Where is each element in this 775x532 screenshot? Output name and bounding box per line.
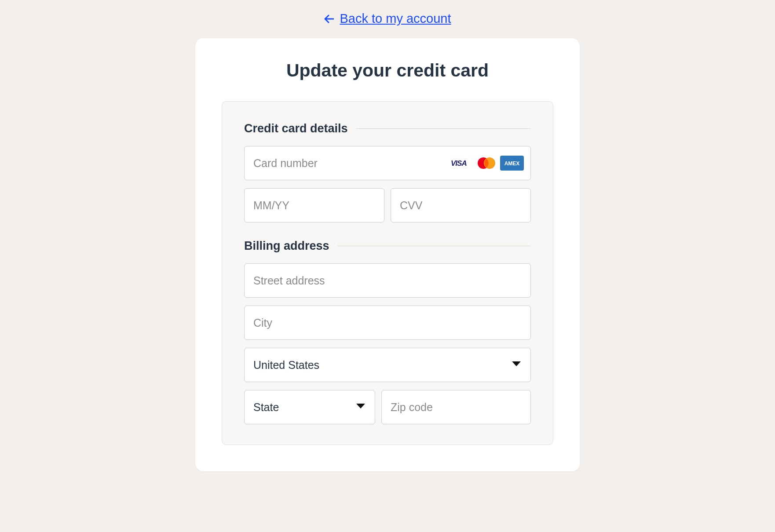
update-card-panel: Update your credit card Credit card deta…: [195, 38, 580, 471]
back-to-account-link[interactable]: Back to my account: [324, 11, 451, 26]
divider: [337, 246, 531, 246]
back-link-label: Back to my account: [340, 11, 451, 26]
visa-icon: VISA: [451, 156, 473, 170]
arrow-left-icon: [324, 15, 334, 23]
zip-code-input[interactable]: [381, 390, 531, 424]
cvv-input[interactable]: [391, 188, 531, 222]
section-header-billing-label: Billing address: [244, 239, 329, 253]
card-brand-icons: VISA AMEX: [451, 156, 524, 170]
amex-icon: AMEX: [500, 156, 524, 170]
street-address-input[interactable]: [244, 263, 531, 298]
page-title: Update your credit card: [222, 60, 553, 81]
mastercard-icon: [476, 156, 497, 170]
state-select[interactable]: State: [244, 390, 375, 424]
svg-text:VISA: VISA: [451, 159, 467, 167]
section-header-billing: Billing address: [244, 239, 531, 253]
divider: [356, 128, 531, 129]
expiry-input[interactable]: [244, 188, 384, 222]
section-header-card: Credit card details: [244, 122, 531, 135]
form-box: Credit card details VISA: [222, 101, 553, 445]
section-header-card-label: Credit card details: [244, 122, 348, 135]
svg-text:AMEX: AMEX: [504, 160, 520, 167]
country-select[interactable]: United States: [244, 348, 531, 382]
city-input[interactable]: [244, 306, 531, 340]
